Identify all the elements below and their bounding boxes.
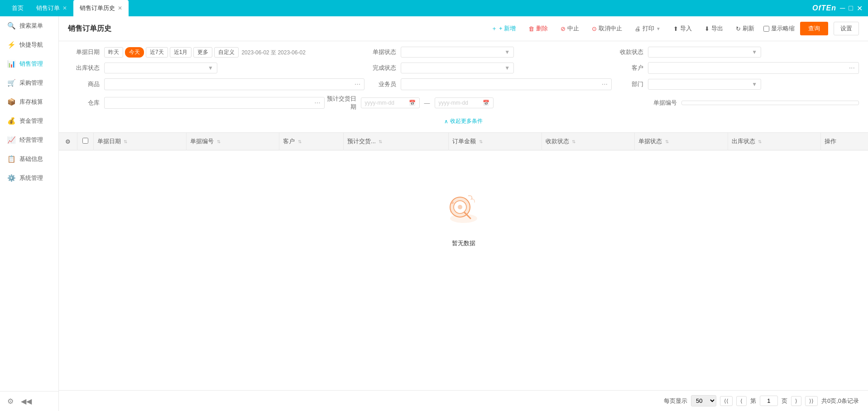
delete-btn[interactable]: 🗑 删除 bbox=[525, 23, 551, 34]
sidebar-settings-icon[interactable]: ⚙ bbox=[7, 397, 14, 406]
th-settings[interactable]: ⚙ bbox=[59, 133, 77, 150]
settings-btn[interactable]: 设置 bbox=[834, 22, 859, 35]
prev-page-btn[interactable]: ⟨ bbox=[736, 396, 747, 406]
salesman-dots[interactable]: ··· bbox=[602, 81, 608, 88]
customer-input-wrap[interactable]: ··· bbox=[648, 62, 859, 74]
display-col-checkbox[interactable]: 显示略缩 bbox=[763, 24, 795, 33]
goods-input-wrap[interactable]: ··· bbox=[104, 78, 364, 90]
sort-pay-status-icon[interactable]: ⇅ bbox=[572, 139, 575, 144]
query-btn[interactable]: 查询 bbox=[800, 22, 828, 35]
sidebar-item-operation[interactable]: 📈 经营管理 bbox=[0, 131, 58, 150]
delivery-start-placeholder: yyyy-mm-dd bbox=[365, 100, 394, 106]
sidebar-search[interactable]: 🔍 搜索菜单 bbox=[0, 16, 58, 35]
order-no-input-wrap[interactable] bbox=[681, 101, 859, 105]
complete-status-arrow: ▼ bbox=[504, 65, 510, 71]
select-all-checkbox[interactable] bbox=[82, 138, 88, 144]
sidebar-collapse-icon[interactable]: ◀◀ bbox=[21, 397, 32, 406]
sidebar-item-basic[interactable]: 📋 基础信息 bbox=[0, 150, 58, 169]
page-size-label: 每页显示 bbox=[664, 397, 687, 405]
complete-status-select[interactable]: ▼ bbox=[401, 63, 514, 73]
sidebar-item-sales[interactable]: 📊 销售管理 bbox=[0, 54, 58, 73]
export-btn[interactable]: ⬇ 导出 bbox=[701, 23, 727, 34]
new-icon: ＋ bbox=[491, 24, 497, 33]
new-btn[interactable]: ＋ + 新增 bbox=[488, 23, 519, 34]
sidebar-item-quick-nav[interactable]: ⚡ 快捷导航 bbox=[0, 35, 58, 54]
delivery-date-start[interactable]: yyyy-mm-dd 📅 bbox=[361, 97, 420, 108]
sidebar-item-system[interactable]: ⚙️ 系统管理 bbox=[0, 169, 58, 188]
order-status-select[interactable]: ▼ bbox=[401, 47, 514, 58]
order-status-label: 单据状态 bbox=[364, 48, 401, 56]
sidebar-item-finance-label: 资金管理 bbox=[19, 117, 43, 125]
sort-date-icon[interactable]: ⇅ bbox=[124, 139, 127, 144]
customer-dots[interactable]: ··· bbox=[849, 64, 855, 72]
goods-dots[interactable]: ··· bbox=[355, 81, 360, 88]
out-status-arrow: ▼ bbox=[208, 65, 213, 71]
stop-icon: ⊘ bbox=[561, 25, 566, 32]
delivery-date-label: 预计交货日期 bbox=[325, 95, 361, 111]
cancel-stop-btn[interactable]: ⊙ 取消中止 bbox=[588, 23, 626, 34]
date-btn-custom[interactable]: 自定义 bbox=[214, 47, 239, 58]
collapse-row[interactable]: ∧ 收起更多条件 bbox=[68, 116, 859, 127]
sidebar-item-inventory-label: 库存核算 bbox=[19, 98, 43, 106]
minimize-btn[interactable]: ─ bbox=[840, 4, 845, 12]
department-select[interactable]: ▼ bbox=[648, 79, 761, 90]
data-table: ⚙ 单据日期 ⇅ 单据编号 ⇅ 客户 ⇅ bbox=[59, 133, 868, 150]
print-btn[interactable]: 🖨 打印 ▼ bbox=[631, 23, 664, 34]
date-btn-1month[interactable]: 近1月 bbox=[170, 47, 192, 58]
refresh-btn[interactable]: ↻ 刷新 bbox=[732, 23, 758, 34]
pay-status-select[interactable]: ▼ bbox=[648, 47, 761, 58]
th-amount: 订单金额 ⇅ bbox=[449, 133, 542, 150]
first-page-btn[interactable]: ⟨⟨ bbox=[720, 396, 733, 406]
salesman-input-wrap[interactable]: ··· bbox=[401, 78, 612, 90]
date-btn-more[interactable]: 更多 bbox=[193, 47, 212, 58]
window-close-btn[interactable]: ✕ bbox=[857, 4, 863, 13]
date-btn-today[interactable]: 今天 bbox=[125, 47, 144, 58]
date-btn-7days[interactable]: 近7天 bbox=[146, 47, 168, 58]
tab-sales-order-close[interactable]: ✕ bbox=[62, 5, 67, 11]
warehouse-dots[interactable]: ··· bbox=[314, 99, 320, 106]
page-input[interactable] bbox=[760, 396, 778, 406]
delivery-date-end[interactable]: yyyy-mm-dd 📅 bbox=[435, 97, 494, 108]
sort-out-status-icon[interactable]: ⇅ bbox=[758, 139, 762, 144]
delete-icon: 🗑 bbox=[528, 25, 534, 32]
stop-btn[interactable]: ⊘ 中止 bbox=[557, 23, 583, 34]
tab-sales-order-history-close[interactable]: ✕ bbox=[118, 5, 122, 11]
page-size-select[interactable]: 50 20 100 bbox=[691, 395, 716, 406]
import-btn[interactable]: ⬆ 导入 bbox=[670, 23, 695, 34]
customer-label: 客户 bbox=[612, 64, 648, 72]
brand-text: OfTEn bbox=[812, 4, 836, 12]
collapse-label: 收起更多条件 bbox=[450, 117, 483, 125]
top-bar-right: OfTEn ─ □ ✕ bbox=[812, 4, 863, 13]
sort-order-status-icon[interactable]: ⇅ bbox=[665, 139, 669, 144]
date-btn-yesterday[interactable]: 昨天 bbox=[104, 47, 123, 58]
sidebar-item-finance[interactable]: 💰 资金管理 bbox=[0, 111, 58, 131]
sort-customer-icon[interactable]: ⇅ bbox=[298, 139, 302, 144]
maximize-btn[interactable]: □ bbox=[849, 4, 853, 12]
export-icon: ⬇ bbox=[705, 25, 710, 32]
sidebar-item-operation-label: 经营管理 bbox=[19, 136, 43, 144]
next-page-btn[interactable]: ⟩ bbox=[791, 396, 801, 406]
out-status-select[interactable]: ▼ bbox=[104, 63, 217, 73]
sidebar-item-inventory[interactable]: 📦 库存核算 bbox=[0, 92, 58, 111]
table-footer: 每页显示 50 20 100 ⟨⟨ ⟨ 第 页 ⟩ ⟩⟩ 共0页,0条记录 bbox=[59, 390, 868, 411]
sort-delivery-icon[interactable]: ⇅ bbox=[379, 139, 382, 144]
page-label: 页 bbox=[782, 397, 787, 405]
filter-row-3: 商品 ··· 业务员 ··· 部门 bbox=[68, 78, 859, 90]
basic-icon: 📋 bbox=[7, 155, 16, 163]
warehouse-input-wrap[interactable]: ··· bbox=[104, 97, 325, 109]
filter-goods-col: 商品 ··· bbox=[68, 78, 364, 90]
sort-order-no-icon[interactable]: ⇅ bbox=[217, 139, 221, 144]
tab-home[interactable]: 首页 bbox=[5, 0, 30, 16]
last-page-btn[interactable]: ⟩⟩ bbox=[805, 396, 818, 406]
sidebar-item-purchase-label: 采购管理 bbox=[19, 79, 43, 87]
tab-sales-order[interactable]: 销售订单 ✕ bbox=[30, 0, 73, 16]
display-col-input[interactable] bbox=[763, 26, 769, 32]
tab-sales-order-history[interactable]: 销售订单历史 ✕ bbox=[73, 0, 129, 16]
filter-area: 单据日期 昨天 今天 近7天 近1月 更多 自定义 2023-06-02 至 2… bbox=[59, 41, 868, 133]
main-layout: 🔍 搜索菜单 ⚡ 快捷导航 📊 销售管理 🛒 采购管理 📦 库存核算 💰 资金管… bbox=[0, 16, 868, 411]
sidebar-item-quick-nav-label: 快捷导航 bbox=[19, 41, 43, 49]
sort-amount-icon[interactable]: ⇅ bbox=[479, 139, 483, 144]
th-pay-status: 收款状态 ⇅ bbox=[542, 133, 634, 150]
sidebar-item-purchase[interactable]: 🛒 采购管理 bbox=[0, 73, 58, 92]
quick-nav-icon: ⚡ bbox=[7, 41, 16, 49]
